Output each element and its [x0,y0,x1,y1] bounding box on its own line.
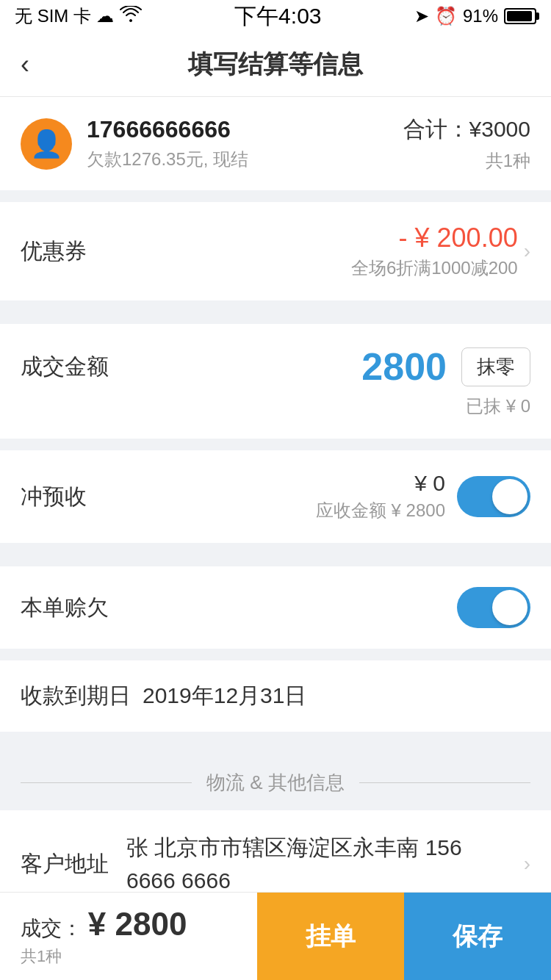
transaction-right: 2800 抹零 [361,345,530,389]
back-button[interactable]: ‹ [21,49,29,80]
prereceive-toggle[interactable] [457,476,530,517]
coupon-discount: - ¥ 200.00 [351,223,518,253]
divider-line-left [21,782,192,783]
battery-icon [504,8,536,24]
coupon-label: 优惠券 [21,237,87,267]
coupon-arrow-icon: › [524,239,530,263]
logistics-divider: 物流 & 其他信息 [0,755,551,810]
bottom-buttons: 挂单 保存 [257,893,551,980]
debt-toggle[interactable] [457,587,530,628]
transaction-label: 成交金额 [21,352,109,382]
status-time: 下午4:03 [234,1,321,32]
logistics-label: 物流 & 其他信息 [206,770,345,796]
transaction-section: 成交金额 2800 抹零 已抹 ¥ 0 [0,324,551,439]
bottom-summary: 成交： ¥ 2800 共1种 [0,906,257,968]
content-area: 👤 17666666666 欠款1276.35元, 现结 合计：¥3000 共1… [0,97,551,980]
coupon-section: 优惠券 - ¥ 200.00 全场6折满1000减200 › [0,202,551,300]
prereceive-row: 冲预收 ¥ 0 应收金额 ¥ 2800 [21,471,530,522]
toggle-knob [492,479,527,514]
customer-sub: 欠款1276.35元, 现结 [87,148,248,171]
avatar: 👤 [21,118,72,170]
pending-button[interactable]: 挂单 [257,893,404,980]
customer-right: 合计：¥3000 共1种 [403,115,530,173]
prereceive-label: 冲预收 [21,482,87,512]
separator-3 [0,743,551,755]
duedate-label: 收款到期日 [21,681,131,711]
wifi-icon [120,6,142,26]
transaction-row: 成交金额 2800 抹零 [21,345,530,389]
duedate-section: 收款到期日 2019年12月31日 [0,660,551,732]
coupon-row[interactable]: 优惠券 - ¥ 200.00 全场6折满1000减200 › [0,202,551,300]
bottom-bar: 成交： ¥ 2800 共1种 挂单 保存 [0,892,551,980]
status-bar: 无 SIM 卡 ☁ 下午4:03 ➤ ⏰ 91% [0,0,551,32]
divider-line-right [359,782,530,783]
customer-phone: 17666666666 [87,116,248,143]
bottom-amount: ¥ 2800 [88,906,187,942]
sim-status: 无 SIM 卡 ☁ [15,4,114,28]
bottom-transaction-label: 成交： [21,917,82,940]
round-button[interactable]: 抹零 [461,347,530,386]
transaction-sub: 已抹 ¥ 0 [21,394,530,418]
duedate-value: 2019年12月31日 [143,681,306,711]
avatar-icon: 👤 [30,129,63,159]
bottom-transaction-line: 成交： ¥ 2800 [21,906,237,943]
address-value: 张 北京市市辖区海淀区永丰南 156 6666 6666 [126,831,515,897]
prereceive-section: 冲预收 ¥ 0 应收金额 ¥ 2800 [0,450,551,543]
coupon-desc: 全场6折满1000减200 [351,256,518,280]
bottom-count: 共1种 [21,945,237,968]
separator-2 [0,555,551,566]
status-left: 无 SIM 卡 ☁ [15,4,142,28]
location-icon: ➤ [414,6,429,26]
prereceive-right: ¥ 0 应收金额 ¥ 2800 [316,471,530,522]
transaction-amount: 2800 [361,345,447,389]
address-arrow-icon: › [524,852,530,876]
battery-percent: 91% [463,6,498,26]
prereceive-amount-block: ¥ 0 应收金额 ¥ 2800 [316,471,445,522]
status-right: ➤ ⏰ 91% [414,6,536,26]
coupon-right: - ¥ 200.00 全场6折满1000减200 [351,223,518,280]
debt-label: 本单赊欠 [21,593,109,623]
customer-card: 👤 17666666666 欠款1276.35元, 现结 合计：¥3000 共1… [0,97,551,190]
save-button[interactable]: 保存 [404,893,551,980]
debt-section: 本单赊欠 [0,566,551,649]
address-label: 客户地址 [21,849,109,879]
total-amount: 合计：¥3000 [403,115,530,145]
prereceive-sub: 应收金额 ¥ 2800 [316,499,445,522]
customer-info: 17666666666 欠款1276.35元, 现结 [87,116,248,171]
debt-toggle-knob [492,590,527,625]
separator-1 [0,312,551,324]
alarm-icon: ⏰ [435,6,457,26]
page-title: 填写结算等信息 [188,48,363,82]
customer-left: 👤 17666666666 欠款1276.35元, 现结 [21,116,248,171]
prereceive-amount: ¥ 0 [316,471,445,496]
nav-bar: ‹ 填写结算等信息 [0,32,551,97]
total-count: 共1种 [403,149,530,173]
